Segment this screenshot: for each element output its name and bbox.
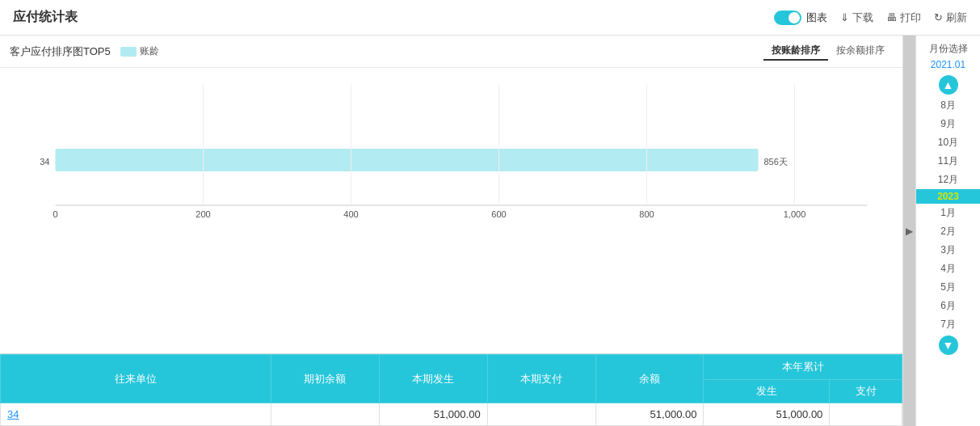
svg-text:856天: 856天 — [764, 157, 788, 167]
bar-chart: 34 856天 0 200 400 600 800 1,000 — [10, 76, 893, 238]
sidebar-down-button[interactable]: ▼ — [939, 335, 958, 355]
svg-text:1,000: 1,000 — [784, 209, 806, 219]
sidebar-up-button[interactable]: ▲ — [939, 75, 958, 95]
cell-balance: 51,000.00 — [595, 403, 704, 426]
month-item-10[interactable]: 10月 — [916, 133, 980, 152]
sidebar-months: 8月 9月 10月 11月 12月 2023 1月 2月 3月 4月 5月 6月… — [916, 96, 980, 334]
month-item-11[interactable]: 11月 — [916, 152, 980, 171]
month-item-4[interactable]: 4月 — [916, 259, 980, 278]
right-sidebar: 月份选择 2021.01 ▲ 8月 9月 10月 11月 12月 2023 1月… — [915, 36, 980, 426]
header-actions: 图表 ⇓ 下载 🖶 打印 ↻ 刷新 — [774, 11, 967, 25]
col-balance: 余额 — [595, 355, 704, 403]
chart-legend: 客户应付排序图TOP5 账龄 — [10, 44, 159, 59]
legend-color-box — [120, 47, 137, 57]
download-button[interactable]: ⇓ 下载 — [840, 11, 873, 25]
month-item-9[interactable]: 9月 — [916, 115, 980, 133]
month-item-2[interactable]: 2月 — [916, 222, 980, 241]
legend-color-label: 账龄 — [140, 44, 159, 58]
month-item-3[interactable]: 3月 — [916, 241, 980, 259]
year-label-2023: 2023 — [916, 189, 980, 204]
table-header-row-1: 往来单位 期初余额 本期发生 本期支付 余额 本年累计 — [1, 355, 902, 380]
svg-text:800: 800 — [639, 209, 654, 219]
col-opening: 期初余额 — [271, 355, 379, 403]
refresh-label: 刷新 — [946, 11, 967, 25]
download-icon: ⇓ — [840, 11, 849, 23]
svg-text:600: 600 — [491, 209, 506, 219]
chart-toggle[interactable] — [774, 11, 801, 25]
col-ytd-occur: 发生 — [704, 380, 830, 403]
cell-current-pay — [487, 403, 595, 426]
svg-text:200: 200 — [196, 209, 210, 219]
chart-toggle-wrapper: 图表 — [774, 11, 827, 25]
print-label: 打印 — [900, 11, 921, 25]
cell-unit[interactable]: 34 — [1, 403, 271, 426]
chart-toggle-label: 图表 — [806, 11, 827, 25]
table-wrapper: 往来单位 期初余额 本期发生 本期支付 余额 本年累计 发生 支付 — [0, 354, 902, 426]
cell-current-occur: 51,000.00 — [379, 403, 487, 426]
refresh-icon: ↻ — [934, 11, 943, 23]
month-item-6[interactable]: 6月 — [916, 297, 980, 315]
table-section: 往来单位 期初余额 本期发生 本期支付 余额 本年累计 发生 支付 — [0, 353, 902, 426]
cell-opening — [271, 403, 379, 426]
page-title: 应付统计表 — [13, 9, 78, 26]
svg-text:0: 0 — [53, 209, 57, 219]
chart-section: 客户应付排序图TOP5 账龄 按账龄排序 按余额排序 34 — [0, 36, 902, 426]
col-unit: 往来单位 — [1, 355, 271, 403]
col-current-occur: 本期发生 — [379, 355, 487, 403]
chart-sort-buttons: 按账龄排序 按余额排序 — [763, 42, 893, 61]
legend-item: 账龄 — [120, 44, 159, 58]
month-item-7[interactable]: 7月 — [916, 315, 980, 334]
cell-ytd-pay — [830, 403, 902, 426]
sidebar-date: 2021.01 — [931, 57, 965, 74]
table-row: 34 51,000.00 51,000.00 51,000.00 — [1, 403, 902, 426]
refresh-button[interactable]: ↻ 刷新 — [934, 11, 967, 25]
print-icon: 🖶 — [886, 11, 897, 23]
chart-bar — [56, 149, 759, 171]
sort-by-balance-button[interactable]: 按余额排序 — [828, 42, 893, 61]
col-ytd: 本年累计 — [704, 355, 902, 380]
col-current-pay: 本期支付 — [487, 355, 595, 403]
expand-arrow[interactable]: ▶ — [902, 36, 915, 426]
legend-text: 客户应付排序图TOP5 — [10, 44, 111, 59]
data-table: 往来单位 期初余额 本期发生 本期支付 余额 本年累计 发生 支付 — [0, 354, 902, 426]
sort-by-age-button[interactable]: 按账龄排序 — [763, 42, 828, 61]
header: 应付统计表 图表 ⇓ 下载 🖶 打印 ↻ 刷新 — [0, 0, 980, 36]
col-ytd-pay: 支付 — [830, 380, 902, 403]
print-button[interactable]: 🖶 打印 — [886, 11, 921, 25]
svg-text:400: 400 — [343, 209, 358, 219]
download-label: 下载 — [852, 11, 873, 25]
chart-area: 34 856天 0 200 400 600 800 1,000 — [0, 68, 902, 353]
svg-text:34: 34 — [40, 157, 49, 167]
main-content: 客户应付排序图TOP5 账龄 按账龄排序 按余额排序 34 — [0, 36, 980, 426]
month-item-12[interactable]: 12月 — [916, 171, 980, 189]
page-container: 应付统计表 图表 ⇓ 下载 🖶 打印 ↻ 刷新 — [0, 0, 980, 426]
cell-ytd-occur: 51,000.00 — [704, 403, 830, 426]
month-item-8[interactable]: 8月 — [916, 96, 980, 115]
month-item-5[interactable]: 5月 — [916, 278, 980, 297]
month-item-1[interactable]: 1月 — [916, 204, 980, 222]
sidebar-title: 月份选择 — [929, 39, 968, 57]
chart-header: 客户应付排序图TOP5 账龄 按账龄排序 按余额排序 — [0, 36, 902, 68]
